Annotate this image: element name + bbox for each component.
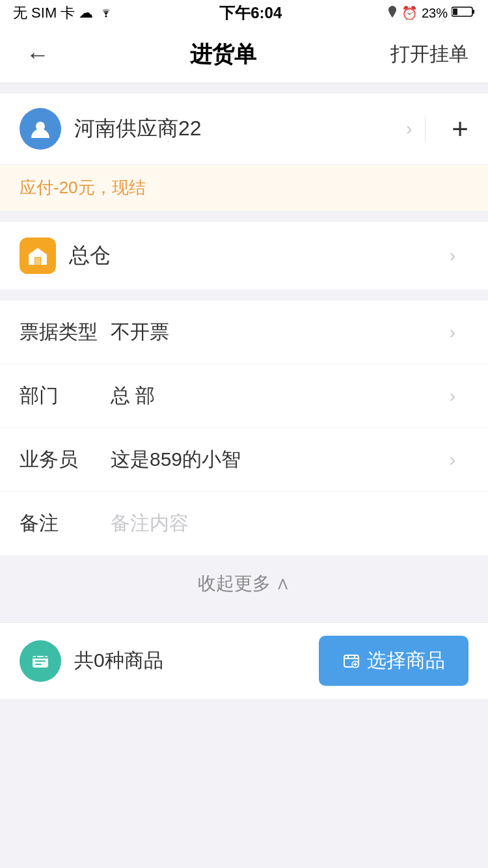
supplier-name: 河南供应商22 xyxy=(74,115,406,143)
info-section: 票据类型 不开票 › 部门 总 部 › 业务员 这是859的小智 › 备注 备注… xyxy=(0,301,488,556)
supplier-chevron-icon: › xyxy=(406,118,412,139)
warehouse-icon xyxy=(20,237,56,274)
separator-3 xyxy=(0,612,488,622)
supplier-row[interactable]: 河南供应商22 › + xyxy=(0,94,488,165)
invoice-type-value: 不开票 xyxy=(111,319,450,346)
remark-placeholder: 备注内容 xyxy=(111,510,468,537)
product-count: 共0种商品 xyxy=(74,647,319,674)
status-time: 下午6:04 xyxy=(219,3,282,23)
salesperson-row[interactable]: 业务员 这是859的小智 › xyxy=(0,428,488,492)
svg-rect-3 xyxy=(453,8,457,15)
svg-rect-6 xyxy=(35,258,40,265)
supplier-section: 河南供应商22 › + 应付-20元，现结 xyxy=(0,94,488,211)
battery-text: 23% xyxy=(422,6,448,21)
salesperson-chevron-icon: › xyxy=(450,450,455,470)
svg-point-0 xyxy=(105,16,107,18)
salesperson-value: 这是859的小智 xyxy=(111,446,450,473)
warehouse-chevron-icon: › xyxy=(450,245,455,266)
warehouse-row[interactable]: 总仓 › xyxy=(0,222,488,290)
divider xyxy=(425,116,426,142)
invoice-type-row[interactable]: 票据类型 不开票 › xyxy=(0,301,488,364)
svg-rect-2 xyxy=(472,10,474,14)
warehouse-name: 总仓 xyxy=(69,241,450,270)
nav-bar: ← 进货单 打开挂单 xyxy=(0,26,488,83)
back-button[interactable]: ← xyxy=(20,34,56,75)
department-chevron-icon: › xyxy=(450,386,455,407)
select-product-button[interactable]: 选择商品 xyxy=(319,636,468,686)
open-pending-button[interactable]: 打开挂单 xyxy=(390,41,468,68)
collapse-label: 收起更多 ∧ xyxy=(198,571,291,596)
remark-label: 备注 xyxy=(20,510,111,537)
status-left: 无 SIM 卡 ☁ xyxy=(13,3,114,23)
collapse-button[interactable]: 收起更多 ∧ xyxy=(0,556,488,612)
signal-text: 无 SIM 卡 ☁ xyxy=(13,3,93,23)
location-icon xyxy=(387,6,398,21)
status-right: ⏰ 23% xyxy=(387,5,475,21)
select-product-label: 选择商品 xyxy=(367,647,445,674)
product-section: 共0种商品 选择商品 xyxy=(0,622,488,699)
page-title: 进货单 xyxy=(190,40,256,70)
department-value: 总 部 xyxy=(111,383,450,409)
separator-top xyxy=(0,83,488,94)
battery-icon xyxy=(452,6,475,21)
svg-rect-9 xyxy=(35,664,42,665)
svg-rect-8 xyxy=(35,660,46,662)
supplier-notice: 应付-20元，现结 xyxy=(0,165,488,211)
remark-row[interactable]: 备注 备注内容 xyxy=(0,492,488,556)
product-icon xyxy=(20,640,61,682)
supplier-avatar xyxy=(20,108,61,150)
department-label: 部门 xyxy=(20,383,111,409)
status-bar: 无 SIM 卡 ☁ 下午6:04 ⏰ 23% xyxy=(0,0,488,26)
invoice-type-label: 票据类型 xyxy=(20,319,111,346)
department-row[interactable]: 部门 总 部 › xyxy=(0,364,488,428)
bottom-gray-area xyxy=(0,699,488,868)
wifi-icon xyxy=(98,5,114,21)
salesperson-label: 业务员 xyxy=(20,446,111,473)
separator-2 xyxy=(0,290,488,301)
invoice-type-chevron-icon: › xyxy=(450,322,455,343)
add-supplier-button[interactable]: + xyxy=(439,113,468,145)
alarm-icon: ⏰ xyxy=(401,5,418,21)
separator-middle xyxy=(0,211,488,222)
